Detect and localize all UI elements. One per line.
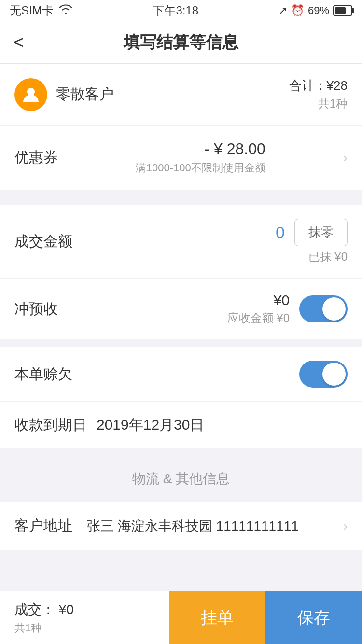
status-left: 无SIM卡 [10,3,73,18]
address-value: 张三 海淀永丰科技园 11111111111 [87,517,343,535]
bottom-bar: 成交： ¥0 共1种 挂单 保存 [0,591,362,644]
battery-icon [333,5,352,16]
avatar [14,78,47,111]
svg-point-0 [27,88,35,96]
customer-info: 零散客户 [14,78,114,111]
amount-label: 成交金额 [14,232,72,252]
amount-subtracted: 已抹 ¥0 [276,249,348,265]
amount-right: 0 抹零 [276,219,348,246]
page-title: 填写结算等信息 [124,31,238,54]
time-display: 下午3:18 [153,3,198,18]
content: 零散客户 合计：¥28 共1种 优惠券 - ¥ 28.00 满1000-100不… [0,64,362,616]
amount-row: 成交金额 0 抹零 已抹 ¥0 [0,205,362,279]
save-button[interactable]: 保存 [265,591,362,644]
signal-text: 无SIM卡 [10,3,54,18]
debt-toggle[interactable] [299,361,348,388]
duedate-value: 2019年12月30日 [97,415,204,435]
bottom-deal-amount: 成交： ¥0 [14,601,154,619]
separator-2 [0,339,362,347]
prepay-info: ¥0 应收金额 ¥0 [227,292,290,326]
logistics-title: 物流 & 其他信息 [132,470,230,488]
bottom-info: 成交： ¥0 共1种 [0,591,169,644]
amount-value[interactable]: 0 [276,223,285,242]
customer-total: 合计：¥28 共1种 [289,77,348,112]
back-button[interactable]: < [14,32,24,53]
debt-label: 本单赊欠 [14,364,72,384]
bottom-count: 共1种 [14,621,154,635]
alarm-icon: ⏰ [291,4,304,17]
coupon-info: - ¥ 28.00 满1000-100不限制使用金额 [136,140,265,175]
amount-col: 0 抹零 已抹 ¥0 [276,219,348,265]
logistics-header: 物流 & 其他信息 [0,456,362,502]
round-button[interactable]: 抹零 [294,219,348,246]
duedate-row[interactable]: 收款到期日 2019年12月30日 [0,401,362,448]
coupon-amount: - ¥ 28.00 [136,140,265,158]
status-right: ↗ ⏰ 69% [278,4,352,17]
prepay-label: 冲预收 [14,299,58,319]
status-bar: 无SIM卡 下午3:18 ↗ ⏰ 69% [0,0,362,21]
customer-row: 零散客户 合计：¥28 共1种 [0,64,362,125]
prepay-toggle[interactable] [299,295,348,322]
transaction-section: 成交金额 0 抹零 已抹 ¥0 冲预收 ¥0 应收金额 ¥0 [0,205,362,339]
coupon-row[interactable]: 优惠券 - ¥ 28.00 满1000-100不限制使用金额 › [0,125,362,190]
nav-bar: < 填写结算等信息 [0,21,362,64]
customer-name: 零散客户 [56,84,114,104]
address-chevron-icon: › [343,518,348,534]
address-label: 客户地址 [14,516,72,536]
separator-3 [0,448,362,456]
duedate-label: 收款到期日 [14,415,87,435]
logistics-line-left [14,479,111,479]
location-icon: ↗ [278,4,287,17]
hang-button[interactable]: 挂单 [169,591,265,644]
prepay-amount: ¥0 [227,292,290,308]
separator-1 [0,197,362,205]
debt-section: 本单赊欠 收款到期日 2019年12月30日 [0,347,362,448]
total-count: 共1种 [289,96,348,112]
coupon-chevron-icon: › [343,150,348,166]
logistics-line-right [251,479,348,479]
prepay-sub: 应收金额 ¥0 [227,310,290,326]
address-row[interactable]: 客户地址 张三 海淀永丰科技园 11111111111 › [0,502,362,550]
coupon-description: 满1000-100不限制使用金额 [136,161,265,175]
debt-row: 本单赊欠 [0,347,362,401]
customer-section: 零散客户 合计：¥28 共1种 优惠券 - ¥ 28.00 满1000-100不… [0,64,362,190]
address-section: 客户地址 张三 海淀永丰科技园 11111111111 › [0,502,362,550]
wifi-icon [58,4,73,17]
total-amount: 合计：¥28 [289,77,348,94]
prepay-row: 冲预收 ¥0 应收金额 ¥0 [0,279,362,339]
battery-text: 69% [308,4,329,17]
coupon-label: 优惠券 [14,148,58,168]
